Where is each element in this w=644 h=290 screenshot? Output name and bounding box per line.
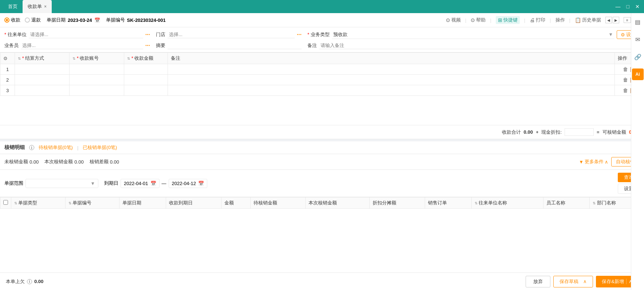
filter-row: 单据范围 ▼ 到期日 2022-04-01 📅 — 2022-04-12 📅 (0, 170, 644, 197)
close-button[interactable]: ✕ (634, 4, 641, 9)
staff-input[interactable] (21, 42, 143, 49)
row1-delete-icon[interactable]: 🗑 (623, 66, 628, 72)
row1-account[interactable] (70, 64, 124, 75)
row3-settle[interactable] (15, 85, 70, 96)
sep5: | (569, 17, 570, 23)
tab-bar: 首页 收款单 × — □ ✕ (0, 0, 644, 13)
total-val: 0.00 (524, 129, 533, 135)
calendar-start-icon: 📅 (150, 181, 156, 186)
row1-amount[interactable] (124, 64, 168, 75)
counterpart-label: 往来单位 (4, 31, 27, 38)
store-label: 门店 (156, 31, 165, 38)
maximize-button[interactable]: □ (625, 4, 631, 9)
help-btn[interactable]: ⊙ 帮助 (471, 17, 486, 23)
tab-home[interactable]: 首页 (3, 0, 23, 13)
row2-delete-icon[interactable]: 🗑 (623, 77, 628, 83)
tab-separator: | (77, 145, 78, 150)
number-value: SK-20230324-001 (127, 17, 166, 23)
store-input[interactable] (168, 31, 295, 38)
counterpart-input[interactable] (29, 31, 143, 38)
stat-uncanceled: 未核销金额 0.00 (4, 158, 39, 165)
business-type-select[interactable]: 预收款 ▼ (332, 31, 614, 39)
th-doc-date: 单据日期 (119, 197, 166, 209)
tab-pending[interactable]: 待核销单据(0笔) (39, 144, 73, 151)
remark-input[interactable] (319, 42, 640, 49)
diff-label: 核销差额 (90, 158, 109, 165)
total-label: 收款合计 (502, 129, 521, 136)
prev-arrow[interactable]: ◀ (605, 17, 612, 23)
date-end-input[interactable]: 2022-04-12 📅 (169, 179, 208, 188)
discount-input[interactable] (565, 128, 594, 136)
gear-icon: ⚙ (621, 32, 625, 38)
select-all-checkbox[interactable] (3, 200, 8, 205)
save-draft-button[interactable]: 保存草稿 ∧ (553, 276, 593, 287)
date-start-input[interactable]: 2022-04-01 📅 (121, 179, 160, 188)
action-btn[interactable]: 操作 (555, 17, 565, 23)
chevron-down-icon: ▼ (608, 32, 613, 37)
help-icon: ⊙ (471, 17, 475, 23)
radio-refund[interactable]: 退款 (25, 17, 41, 23)
row3-account[interactable] (70, 85, 124, 96)
abandon-button[interactable]: 放弃 (526, 276, 550, 287)
store-more-icon[interactable]: ··· (297, 31, 302, 38)
bottom-bar: 本单上欠 ℹ 0.00 放弃 保存草稿 ∧ 保存&新增 ∧ (0, 273, 644, 290)
th-account: ⇅ * 收款账号 (70, 53, 124, 64)
range-select[interactable]: ▼ (25, 179, 98, 188)
next-arrow[interactable]: ▶ (613, 17, 619, 23)
radio-group: 收款 退款 (4, 17, 41, 23)
equals-sign: = (597, 129, 600, 135)
row3-amount[interactable] (124, 85, 168, 96)
section-info-icon[interactable]: ℹ (29, 145, 34, 150)
range-label: 单据范围 (4, 180, 23, 187)
radio-receipt[interactable]: 收款 (4, 17, 20, 23)
row1-remark[interactable] (168, 64, 615, 75)
th-settings[interactable]: ⚙ (0, 53, 15, 64)
th-staff: 员工名称 (543, 197, 590, 209)
calendar-icon[interactable]: 📅 (94, 17, 100, 23)
date-label: 单据日期 (47, 17, 66, 23)
table-settings-icon[interactable]: ⚙ (3, 56, 8, 61)
sidebar-email-icon[interactable]: ✉ (632, 34, 644, 45)
counterpart-more-icon[interactable]: ··· (145, 31, 150, 38)
row3-remark[interactable] (168, 85, 615, 96)
sidebar-attach-icon[interactable]: 🔗 (632, 51, 644, 63)
plus-sign: + (536, 129, 539, 135)
remark-label: 备注 (307, 42, 317, 49)
save-draft-dropdown-icon[interactable]: ∧ (581, 279, 587, 284)
th-checkbox[interactable] (0, 197, 11, 209)
minimize-button[interactable]: — (614, 4, 622, 9)
th-this-time: 本次核销金额 (306, 197, 370, 209)
sidebar-ai-icon[interactable]: Ai (632, 68, 644, 80)
sub-table: ⇅ 单据类型 ⇅ 单据编号 单据日期 收款到期日 (0, 197, 644, 209)
shortcut-btn[interactable]: ⊞ 快捷键 (496, 16, 520, 24)
video-btn[interactable]: ⊙ 视频 (446, 17, 461, 23)
sidebar-table-icon[interactable]: ▤ (632, 16, 644, 28)
summary-input[interactable] (168, 42, 302, 49)
row2-amount[interactable] (124, 75, 168, 85)
filter-more-btn[interactable]: ▼ 更多条件 ∧ (579, 158, 608, 165)
row1-settle[interactable] (15, 64, 70, 75)
history-btn[interactable]: 📋 历史单据 (575, 17, 601, 23)
tab-close-icon[interactable]: × (44, 4, 47, 9)
remark-group: 备注 (307, 42, 640, 49)
staff-group: 业务员 ··· (4, 42, 150, 49)
row3-delete-icon[interactable]: 🗑 (623, 87, 628, 93)
row2-settle[interactable] (15, 75, 70, 85)
list-view-icon[interactable]: ≡ (624, 17, 631, 23)
row2-num: 2 (0, 75, 15, 85)
right-sidebar: ▤ ✉ 🔗 Ai (631, 13, 644, 290)
th-sales-order: 销售订单 (425, 197, 471, 209)
due-date-label: 到期日 (104, 180, 118, 187)
tab-receipt[interactable]: 收款单 × (23, 0, 52, 13)
data-table: ⚙ ⇅ * 结算方式 ⇅ * 收款账号 ⇅ * 收款 (0, 52, 644, 96)
sub-table-wrap: ⇅ 单据类型 ⇅ 单据编号 单据日期 收款到期日 (0, 197, 644, 209)
print-btn[interactable]: 🖨 打印 (530, 17, 545, 23)
tab-done[interactable]: 已核销单据(0笔) (83, 144, 117, 151)
section-header: 核销明细 ℹ 待核销单据(0笔) | 已核销单据(0笔) (0, 141, 644, 154)
calc-row: 收款合计 0.00 + 现金折扣: = 可核销金额 0.00 (0, 125, 644, 139)
form-header-row1: 收款 退款 单据日期 2023-03-24 📅 单据编号 SK-20230324… (4, 16, 640, 24)
bottom-info-icon[interactable]: ℹ (27, 279, 32, 284)
staff-more-icon[interactable]: ··· (145, 42, 150, 49)
row2-account[interactable] (70, 75, 124, 85)
row2-remark[interactable] (168, 75, 615, 85)
